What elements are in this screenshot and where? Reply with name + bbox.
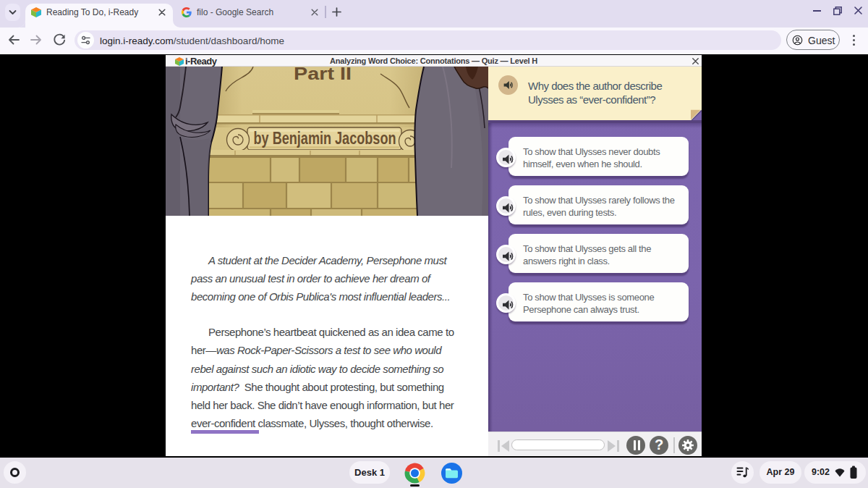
svg-text:Part II: Part II bbox=[294, 67, 352, 83]
svg-text:by Benjamin Jacobson: by Benjamin Jacobson bbox=[254, 128, 396, 148]
